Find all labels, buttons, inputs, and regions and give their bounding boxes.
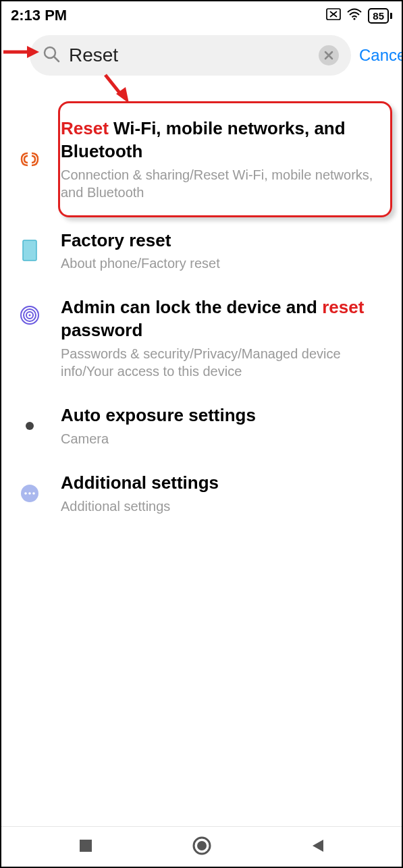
navigation-bar [1, 826, 402, 867]
camera-dot-icon [18, 414, 42, 438]
result-title: Factory reset [61, 229, 385, 252]
result-subtitle: Connection & sharing/Reset Wi-Fi, mobile… [61, 166, 385, 201]
nav-back-button[interactable] [310, 838, 326, 857]
svg-line-5 [54, 57, 59, 61]
battery-icon: 85 [368, 8, 392, 24]
svg-point-16 [28, 492, 31, 495]
svg-point-20 [197, 841, 207, 850]
result-subtitle: Additional settings [61, 497, 385, 515]
status-right: 85 [326, 7, 392, 24]
result-auto-exposure[interactable]: Auto exposure settings Camera [1, 392, 402, 460]
svg-point-13 [26, 422, 34, 430]
result-title: Reset Wi-Fi, mobile networks, and Blueto… [61, 117, 385, 163]
status-time: 2:13 PM [11, 7, 67, 24]
search-row: Cancel [1, 27, 402, 82]
svg-point-17 [32, 492, 35, 495]
battery-level: 85 [368, 8, 389, 24]
sim-disabled-icon [326, 7, 341, 24]
svg-rect-18 [80, 840, 92, 852]
svg-point-15 [24, 492, 27, 495]
result-additional-settings[interactable]: Additional settings Additional settings [1, 460, 402, 527]
result-reset-wifi[interactable]: Reset Wi-Fi, mobile networks, and Blueto… [1, 101, 402, 217]
search-results-list: Reset Wi-Fi, mobile networks, and Blueto… [1, 82, 402, 527]
result-subtitle: Passwords & security/Privacy/Managed dev… [61, 345, 385, 380]
svg-rect-8 [23, 240, 36, 261]
wifi-icon [346, 7, 362, 24]
result-subtitle: About phone/Factory reset [61, 254, 385, 272]
svg-point-1 [354, 18, 356, 20]
cancel-button[interactable]: Cancel [359, 46, 403, 65]
result-admin-lock[interactable]: Admin can lock the device and reset pass… [1, 284, 402, 392]
search-icon [42, 45, 61, 66]
about-phone-icon [18, 238, 42, 263]
additional-settings-icon [18, 481, 42, 506]
connection-sharing-icon [18, 147, 42, 171]
svg-marker-21 [313, 840, 323, 852]
search-input[interactable] [69, 45, 311, 66]
security-icon [18, 303, 42, 327]
result-subtitle: Camera [61, 430, 385, 447]
status-bar: 2:13 PM 85 [1, 1, 402, 27]
result-factory-reset[interactable]: Factory reset About phone/Factory reset [1, 217, 402, 285]
result-title: Auto exposure settings [61, 404, 385, 427]
result-title: Additional settings [61, 472, 385, 495]
nav-home-button[interactable] [192, 836, 212, 859]
clear-search-button[interactable] [319, 45, 339, 65]
nav-recents-button[interactable] [78, 838, 94, 857]
search-box[interactable] [30, 35, 351, 76]
svg-point-12 [29, 315, 31, 317]
result-title: Admin can lock the device and reset pass… [61, 296, 385, 342]
